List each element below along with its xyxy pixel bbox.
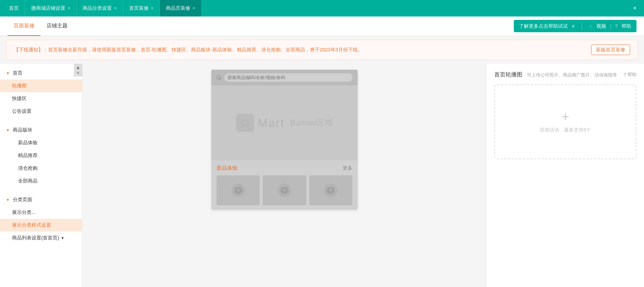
nav-product-list-settings[interactable]: 商品列表设置(首首页) ▼ (0, 232, 82, 244)
arrow-right-icon: ▼ (61, 236, 65, 240)
help-label[interactable]: 帮助 (621, 23, 631, 30)
arrow-down-icon-2: ▼ (6, 128, 10, 132)
sidebar: ▲ « ▼ 首页 轮播图 快捷区 公告设置 ▼ 商品版块 (0, 64, 83, 287)
plus-icon: + (561, 110, 569, 124)
svg-point-2 (244, 121, 247, 124)
product-section-title: 新品体验 (217, 165, 238, 172)
banner-logo-text: Mart (258, 116, 285, 130)
tab-bar: 首页 微商城店铺设置 × 商品分类设置 × 首页装修 × 商品页装修 × × (0, 0, 644, 16)
nav-show-category[interactable]: 展示分类... (0, 206, 82, 219)
help-divider (582, 22, 582, 30)
nav-product-block-title[interactable]: ▼ 商品版块 (0, 124, 82, 136)
tab-store-settings[interactable]: 微商城店铺设置 × (25, 0, 77, 16)
search-icon (217, 75, 221, 80)
right-panel-help-button[interactable]: ? 帮助 (623, 72, 636, 78)
nav-featured[interactable]: 精品推荐 (0, 149, 82, 162)
help-circle-icon: ? (615, 23, 618, 29)
sidebar-collapse-button[interactable]: ▲ « (74, 64, 82, 76)
help-banner-close[interactable]: × (572, 23, 575, 29)
product-grid (217, 175, 352, 205)
add-activity-area[interactable]: + 添加活动，最多支持6个 (494, 84, 636, 159)
help-circle-icon-2: ? (623, 72, 626, 78)
nav-section-home: ▼ 首页 轮播图 快捷区 公告设置 (0, 64, 82, 121)
close-tab-store-settings[interactable]: × (68, 6, 70, 11)
right-panel-subtitle: 可上传公司照片、商品推广图片、活动海报等 (527, 72, 617, 78)
banner-area-label: Banner区域 (290, 117, 333, 129)
product-search-input[interactable] (224, 73, 352, 82)
product-card-2 (263, 175, 306, 205)
nav-new-experience[interactable]: 新品体验 (0, 136, 82, 149)
close-all-button[interactable]: × (629, 5, 641, 12)
tab-store-theme[interactable]: 店铺主题 (41, 16, 74, 36)
tab-home-decor[interactable]: 首页装修 × (123, 0, 160, 16)
arrow-down-icon: ▼ (6, 71, 10, 75)
main-layout: ▲ « ▼ 首页 轮播图 快捷区 公告设置 ▼ 商品版块 (0, 64, 644, 287)
help-banner-text: 了解更多点击帮助试试 (519, 23, 568, 30)
product-card-1 (217, 175, 260, 205)
product-card-3 (309, 175, 352, 205)
add-area-text: 添加活动，最多支持6个 (540, 127, 591, 133)
close-tab-product-decor[interactable]: × (193, 6, 195, 11)
right-panel-title: 首页轮播图 (494, 71, 522, 78)
video-icon: ● (589, 22, 593, 30)
product-section-more: 更多 (343, 165, 352, 172)
sub-toolbar: 页面装修 店铺主题 了解更多点击帮助试试 × ● 视频 | ? 帮助 (0, 16, 644, 36)
help-banner: 了解更多点击帮助试试 × ● 视频 | ? 帮助 (514, 20, 636, 32)
svg-point-5 (330, 189, 332, 191)
right-panel: 首页轮播图 可上传公司照片、商品推广图片、活动海报等 ? 帮助 + 添加活动，最… (486, 64, 644, 287)
video-label[interactable]: 视频 (596, 23, 606, 30)
notice-text: 【下线通知】：首页装修全新升级，请使用新版首页装修，首页-轮播图、快捷区、商品板… (14, 46, 587, 53)
product-section: 新品体验 更多 (211, 160, 358, 210)
close-tab-home-decor[interactable]: × (151, 6, 153, 11)
tab-page-decor[interactable]: 页面装修 (8, 16, 41, 36)
nav-category-style[interactable]: 展示分类样式设置 (0, 219, 82, 232)
tab-product-decor[interactable]: 商品页装修 × (160, 0, 202, 16)
new-homepage-decor-button[interactable]: 新版首页装修 (591, 45, 630, 55)
nav-clearance[interactable]: 清仓抢购 (0, 162, 82, 175)
nav-section-category: ▼ 分类页面 展示分类... 展示分类样式设置 商品列表设置(首首页) ▼ (0, 190, 82, 247)
nav-shortcuts[interactable]: 快捷区 (0, 92, 82, 105)
nav-home-title[interactable]: ▼ 首页 (0, 67, 82, 79)
svg-point-3 (237, 189, 239, 191)
preview-phone: Mart Banner区域 新品体验 更多 (211, 70, 358, 210)
product-section-header: 新品体验 更多 (217, 165, 352, 172)
close-tab-category-settings[interactable]: × (114, 6, 117, 11)
notice-bar: 【下线通知】：首页装修全新升级，请使用新版首页装修，首页-轮播图、快捷区、商品板… (6, 40, 638, 60)
tab-home[interactable]: 首页 (3, 0, 25, 16)
preview-area: Mart Banner区域 新品体验 更多 (83, 64, 486, 287)
phone-search-bar (211, 70, 358, 85)
nav-category-title[interactable]: ▼ 分类页面 (0, 193, 82, 206)
right-panel-header: 首页轮播图 可上传公司照片、商品推广图片、活动海报等 ? 帮助 (494, 71, 636, 78)
banner-area: Mart Banner区域 (211, 85, 358, 160)
nav-section-product-block: ▼ 商品版块 新品体验 精品推荐 清仓抢购 全部商品 (0, 121, 82, 190)
svg-point-4 (283, 189, 286, 191)
banner-logo: Mart Banner区域 (236, 114, 333, 132)
svg-point-0 (217, 75, 220, 79)
svg-line-1 (220, 79, 221, 80)
nav-banner[interactable]: 轮播图 (0, 79, 82, 92)
nav-notice[interactable]: 公告设置 (0, 105, 82, 118)
banner-logo-icon (236, 114, 254, 132)
tab-category-settings[interactable]: 商品分类设置 × (77, 0, 123, 16)
arrow-down-icon-3: ▼ (6, 198, 10, 202)
nav-all-products[interactable]: 全部商品 (0, 175, 82, 187)
